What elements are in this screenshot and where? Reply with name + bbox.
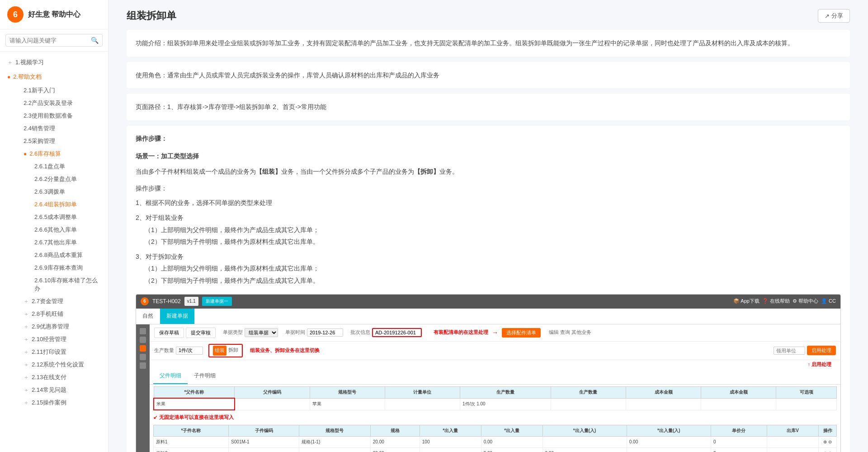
share-icon: ↗ [825, 13, 830, 19]
ss-field-qty: 生产数量 [154, 346, 203, 355]
ss-nav-icon-4 [140, 354, 146, 360]
expand-icon-212: ＋ [24, 361, 29, 369]
ss-annotation-label4: 无固定清单可以直接在这里填写入 [159, 413, 234, 422]
step2: 2、对于组装业务 [136, 212, 841, 224]
ss-annotation-bom: ↙ 无固定清单可以直接在这里填写入 [150, 412, 840, 423]
th-child-qty4: *出入量(入) [627, 425, 711, 436]
ss-unit-input[interactable] [774, 347, 805, 355]
sidebar-item-265[interactable]: 2.6.5成本调整单 [16, 211, 108, 224]
page-title: 组装拆卸单 [127, 9, 176, 23]
sidebar-item-2610[interactable]: 2.6.10库存账本错了怎么办 [16, 274, 108, 295]
ss-submit-btn[interactable]: 提交审核 [186, 328, 216, 338]
expand-icon-29: ＋ [24, 323, 29, 331]
ss-titlebar: 6 TEST-H002 v1.1 新建单据一 📦 App下载 ❓ 在线帮助 ⚙ … [136, 295, 840, 309]
th-child-name: *子件名称 [154, 425, 229, 436]
sidebar-item-docs[interactable]: ● 2.帮助文档 [0, 70, 108, 84]
intro-role-text: 使用角色：通常由生产人员或库管人员完成拆装业务的操作，库管人员确认原材料的出库和… [136, 69, 841, 81]
step3-subs: （1）上部明细为父件明细，最终作为原材料生成其它出库单； （2）下部明细为子件明… [136, 262, 841, 286]
ss-title-left: 6 TEST-H002 v1.1 新建单据一 [141, 297, 232, 307]
td-child-qty4-2 [627, 447, 711, 452]
ss-tab-child[interactable]: 子件明细 [188, 369, 222, 384]
nav-tree: ＋ 1.视频学习 ● 2.帮助文档 2.1新手入门 2.2产品安装及登录 2.3… [0, 52, 108, 413]
intro-feature-text: 功能介绍：组装拆卸单用来处理企业组装或拆卸等加工业务，支持有固定装配清单的产品加… [136, 37, 841, 49]
sidebar-item-266[interactable]: 2.6.6其他入库单 [16, 224, 108, 236]
ss-nav-icon-2 [140, 337, 146, 343]
td-child-qty2-2: 0.00 [481, 447, 542, 452]
ss-nav-icon-1 [140, 328, 146, 334]
ss-date-input[interactable] [307, 328, 343, 337]
td-unit [385, 398, 460, 410]
sidebar-item-215[interactable]: ＋ 2.15操作案例 [9, 396, 108, 409]
td-child-code-1: S001M-1 [229, 436, 299, 447]
sidebar-item-264[interactable]: 2.6.4组装拆卸单 [16, 198, 108, 211]
ss-type-select-box[interactable]: 组装 拆卸 [208, 344, 243, 357]
sidebar-item-269[interactable]: 2.6.9库存账本查询 [16, 262, 108, 274]
share-button[interactable]: ↗ 分享 [818, 9, 850, 23]
th-unit: 计量单位 [385, 387, 460, 399]
search-icon: 🔍 [91, 37, 99, 44]
td-child-qty2-1: 0.00 [481, 436, 542, 447]
td-child-code-2 [229, 447, 299, 452]
sidebar-item-27[interactable]: ＋ 2.7资金管理 [9, 295, 108, 308]
ss-bottom-table-wrap: *子件名称 子件编码 规格型号 规格 *出入量 *出入量 *出入量(入) *出入… [150, 423, 840, 452]
sidebar-item-261[interactable]: 2.6.1盘点单 [16, 160, 108, 173]
ss-field-doctype: 单据类型 组装单据 拆卸单据 [223, 328, 278, 337]
sidebar-item-210[interactable]: ＋ 2.10经营管理 [9, 333, 108, 346]
sidebar-item-23[interactable]: 2.3使用前数据准备 [9, 109, 108, 122]
step2-sub2: （2）下部明细为子件明细，最终作为原材料生成其它出库单。 [145, 236, 841, 248]
step2-subs: （1）上部明细为父件明细，最终作为产成品生成其它入库单； （2）下部明细为子件明… [136, 224, 841, 248]
logo-area: 6 好生意 帮助中心 [0, 0, 108, 29]
sidebar-item-22[interactable]: 2.2产品安装及登录 [9, 97, 108, 109]
ss-qty-input[interactable] [176, 347, 203, 355]
ss-tab-home[interactable]: 自然 [136, 309, 160, 324]
td-child-action-1: ⊕ ⊖ [819, 436, 837, 447]
sidebar-item-25[interactable]: 2.5采购管理 [9, 135, 108, 147]
ss-detail-tabs: 父件明细 子件明细 [150, 369, 840, 385]
expand-icon-211: ＋ [24, 348, 29, 356]
sidebar-item-214[interactable]: ＋ 2.14常见问题 [9, 384, 108, 396]
expand-icon-210: ＋ [24, 336, 29, 343]
sidebar-item-26[interactable]: ● 2.6库存核算 [9, 147, 108, 160]
sidebar-item-213[interactable]: ＋ 2.13在线支付 [9, 371, 108, 384]
sidebar-item-268[interactable]: 2.6.8商品成本重算 [16, 249, 108, 262]
ss-form-area: 保存草稿 提交审核 单据类型 组装单据 拆卸单据 [150, 324, 840, 452]
annotation-arrow1: → [492, 327, 498, 338]
ss-tab-new-doc[interactable]: 新建单据 [160, 309, 195, 324]
ss-batch-input[interactable] [372, 328, 422, 337]
th-child-qty1: *出入量 [420, 425, 481, 436]
sidebar-item-267[interactable]: 2.6.7其他出库单 [16, 236, 108, 249]
th-child-qty2: *出入量 [481, 425, 542, 436]
ss-new-doc-btn[interactable]: 新建单据一 [202, 297, 232, 306]
ss-version-badge: v1.1 [184, 297, 198, 306]
sidebar-item-28[interactable]: ＋ 2.8手机旺铺 [9, 308, 108, 320]
ss-qty-label: 生产数量 [154, 346, 174, 355]
td-child-price-1: 0 [711, 436, 767, 447]
sidebar-item-263[interactable]: 2.6.3调拨单 [16, 186, 108, 198]
ss-doctype-select[interactable]: 组装单据 拆卸单据 [245, 328, 278, 337]
sidebar-item-21[interactable]: 2.1新手入门 [9, 84, 108, 97]
sidebar-item-24[interactable]: 2.4销售管理 [9, 122, 108, 135]
sidebar-item-29[interactable]: ＋ 2.9优惠券管理 [9, 320, 108, 333]
ss-process-btn[interactable]: 启用处理 [807, 346, 836, 355]
td-qty1: 1件/次 1.00 [460, 398, 551, 410]
ss-bottom-table-body: 原料1 S001M-1 规格(1-1) 20.00 100 0.00 0.00 [154, 436, 837, 452]
sidebar-item-262[interactable]: 2.6.2分量盘点单 [16, 173, 108, 186]
sidebar-item-211[interactable]: ＋ 2.11打印设置 [9, 346, 108, 358]
ss-select-bom-btn[interactable]: 选择配件清单 [502, 328, 541, 338]
collapse-icon: ● [7, 74, 10, 80]
ss-nav-tabs: 自然 新建单据 [136, 309, 840, 324]
ss-center-icon: ⚙ 帮助中心 [793, 297, 818, 306]
intro-path-text: 页面路径：1、库存核算->库存管理->组装拆卸单 2、首页->常用功能 [136, 101, 841, 113]
step2-sub1: （1）上部明细为父件明细，最终作为产成品生成其它入库单； [145, 224, 841, 236]
ss-doctype-label: 单据类型 [223, 328, 243, 337]
ss-save-btn[interactable]: 保存草稿 [154, 328, 184, 338]
search-input[interactable] [9, 37, 88, 44]
nav-sub-docs: 2.1新手入门 2.2产品安装及登录 2.3使用前数据准备 2.4销售管理 2.… [0, 84, 108, 409]
nav-sub-26: 2.6.1盘点单 2.6.2分量盘点单 2.6.3调拨单 2.6.4组装拆卸单 … [9, 160, 108, 295]
td-child-qty1-2 [420, 447, 481, 452]
sidebar-item-212[interactable]: ＋ 2.12系统个性化设置 [9, 358, 108, 371]
th-child-price: 单价分 [711, 425, 767, 436]
ss-tab-parent[interactable]: 父件明细 [153, 369, 188, 384]
sidebar-item-videos[interactable]: ＋ 1.视频学习 [0, 55, 108, 70]
td-opt [776, 398, 837, 410]
